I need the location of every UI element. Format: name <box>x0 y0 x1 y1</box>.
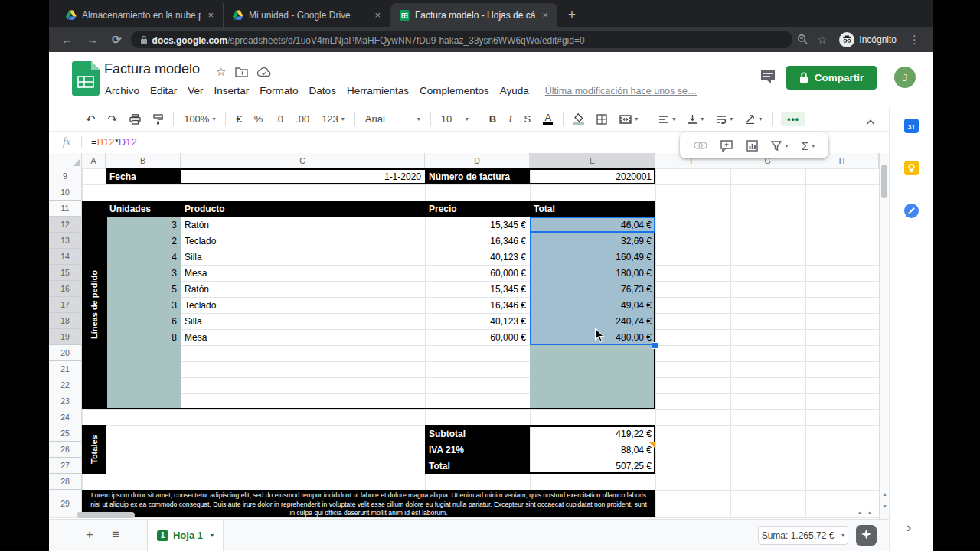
cell-E13[interactable]: 32,69 € <box>530 233 655 249</box>
text-rotation-button[interactable]: ▾ <box>739 114 768 124</box>
text-wrap-button[interactable]: ▾ <box>710 115 739 124</box>
cell-B16[interactable]: 5 <box>106 281 181 297</box>
scroll-up-icon[interactable]: ▲ <box>880 491 889 497</box>
cell-D19[interactable]: 60,000 € <box>425 329 530 345</box>
all-sheets-button[interactable]: ≡ <box>112 527 119 543</box>
row-header-21[interactable]: 21 <box>49 361 82 377</box>
row-header-22[interactable]: 22 <box>49 377 82 393</box>
italic-button[interactable]: I <box>502 113 518 126</box>
menu-complementos[interactable]: Complementos <box>414 83 495 99</box>
share-button[interactable]: Compartir <box>786 66 877 90</box>
redo-icon[interactable]: ↷ <box>102 112 124 126</box>
cell-B14[interactable]: 4 <box>106 249 181 265</box>
column-header-C[interactable]: C <box>181 153 425 168</box>
cell-D9[interactable]: Número de factura <box>425 168 530 184</box>
cell-E27[interactable]: 507,25 € <box>530 458 655 474</box>
cloud-status-icon[interactable] <box>257 67 271 77</box>
cell-B23[interactable] <box>106 393 181 409</box>
zoom-icon[interactable] <box>797 34 808 45</box>
chevron-right-icon[interactable]: › <box>906 519 911 536</box>
text-color-button[interactable]: A <box>537 113 559 125</box>
insert-comment-icon[interactable] <box>720 140 733 152</box>
cell-E16[interactable]: 76,73 € <box>530 281 655 297</box>
functions-icon[interactable]: Σ▾ <box>802 139 815 152</box>
row-header-27[interactable]: 27 <box>49 458 82 474</box>
row-header-14[interactable]: 14 <box>49 249 82 265</box>
cell-E14[interactable]: 160,49 € <box>530 249 655 265</box>
menu-ayuda[interactable]: Ayuda <box>495 83 534 99</box>
cell-D12[interactable]: 15,345 € <box>425 217 530 233</box>
horizontal-align-button[interactable]: ▾ <box>652 115 681 124</box>
bookmark-star-icon[interactable]: ☆ <box>813 34 832 46</box>
row-header-9[interactable]: 9 <box>49 168 82 184</box>
cell-B17[interactable]: 3 <box>106 297 181 313</box>
avatar[interactable]: J <box>894 67 916 88</box>
cell-E9[interactable]: 2020001 <box>530 168 655 184</box>
spreadsheet-grid[interactable]: ABCDEFGH91011121314151617181920212223242… <box>49 153 889 519</box>
close-icon[interactable]: × <box>206 9 215 21</box>
address-bar[interactable]: docs.google.com/spreadsheets/d/1uoV4mLNj… <box>131 31 792 48</box>
collapse-toolbar-icon[interactable] <box>866 115 875 129</box>
document-title[interactable]: Factura modelo <box>104 61 200 77</box>
table-header-total[interactable]: Total <box>530 201 655 217</box>
menu-formato[interactable]: Formato <box>254 83 303 99</box>
formula-input[interactable]: =B12*D12 <box>91 137 137 148</box>
vertical-align-button[interactable]: ▾ <box>681 114 710 124</box>
cell-C15[interactable]: Mesa <box>181 265 425 281</box>
format-percent-button[interactable]: % <box>248 113 270 125</box>
cell-B15[interactable]: 3 <box>106 265 181 281</box>
comment-history-icon[interactable] <box>760 69 776 84</box>
cell-E18[interactable]: 240,74 € <box>530 313 655 329</box>
cell-E25[interactable]: 419,22 € <box>530 425 655 442</box>
cell-B12[interactable]: 3 <box>106 217 181 233</box>
cell-E20[interactable] <box>530 345 655 361</box>
cell-D18[interactable]: 40,123 € <box>425 313 530 329</box>
scroll-left-icon[interactable]: ◂ <box>854 510 864 516</box>
cell-C19[interactable]: Mesa <box>181 329 425 345</box>
cell-E17[interactable]: 49,04 € <box>530 297 655 313</box>
cell-E21[interactable] <box>530 361 655 377</box>
cell-D27[interactable]: Total <box>425 458 530 474</box>
reload-button[interactable]: ⟳ <box>107 33 126 47</box>
cell-C16[interactable]: Ratón <box>181 281 425 297</box>
cell-B21[interactable] <box>106 361 181 377</box>
add-sheet-button[interactable]: + <box>86 527 93 543</box>
row-header-16[interactable]: 16 <box>49 281 82 297</box>
sheet-menu-caret-icon[interactable]: ▾ <box>211 532 214 539</box>
cell-C9[interactable]: 1-1-2020 <box>181 168 425 184</box>
star-document-icon[interactable]: ☆ <box>216 65 226 79</box>
menu-archivo[interactable]: Archivo <box>100 83 145 99</box>
browser-menu-icon[interactable]: ⋮ <box>904 33 925 47</box>
table-header-producto[interactable]: Producto <box>181 201 425 217</box>
scroll-right-icon[interactable]: ▸ <box>865 510 875 516</box>
cell-C13[interactable]: Teclado <box>181 233 425 249</box>
browser-tab-1[interactable]: Almacenamiento en la nube pa× <box>57 3 224 27</box>
zoom-select[interactable]: 100%▾ <box>178 113 221 125</box>
move-folder-icon[interactable] <box>235 67 248 77</box>
format-currency-button[interactable]: € <box>230 113 247 125</box>
forward-button[interactable]: → <box>82 33 103 46</box>
row-header-15[interactable]: 15 <box>49 265 82 281</box>
borders-button[interactable] <box>590 114 613 125</box>
bold-button[interactable]: B <box>483 113 502 125</box>
cell-B20[interactable] <box>106 345 181 361</box>
cell-D13[interactable]: 16,346 € <box>425 233 530 249</box>
browser-tab-2[interactable]: Mi unidad - Google Drive× <box>224 3 390 27</box>
font-size-select[interactable]: 10▾ <box>435 113 475 125</box>
column-header-B[interactable]: B <box>106 153 181 168</box>
cell-D26[interactable]: IVA 21% <box>425 442 530 458</box>
cell-B13[interactable]: 2 <box>106 233 181 249</box>
cell-B9[interactable]: Fecha <box>106 168 181 184</box>
row-header-11[interactable]: 11 <box>49 201 82 217</box>
undo-icon[interactable]: ↶ <box>80 112 102 126</box>
row-header-12[interactable]: 12 <box>49 217 82 233</box>
cell-E22[interactable] <box>530 377 655 393</box>
row-header-25[interactable]: 25 <box>49 425 82 442</box>
filter-icon[interactable]: ▾ <box>771 141 788 151</box>
menu-editar[interactable]: Editar <box>145 83 182 99</box>
cell-C17[interactable]: Teclado <box>181 297 425 313</box>
merge-cells-button[interactable]: ▾ <box>613 115 644 124</box>
cell-C18[interactable]: Silla <box>181 313 425 329</box>
column-header-A[interactable]: A <box>82 153 106 168</box>
row-header-28[interactable]: 28 <box>49 474 82 490</box>
